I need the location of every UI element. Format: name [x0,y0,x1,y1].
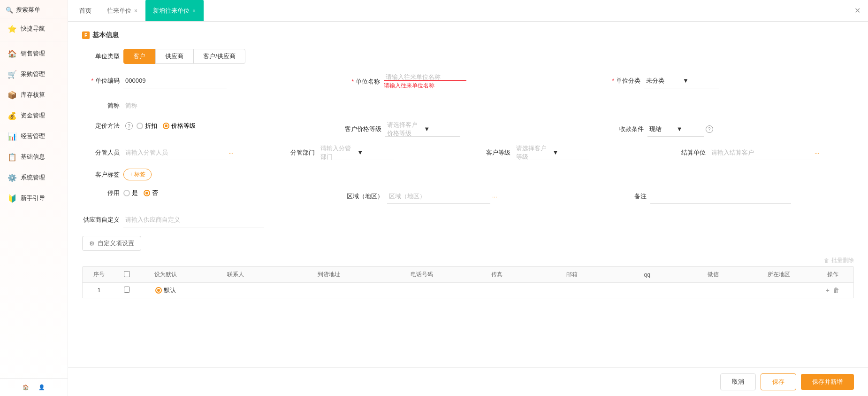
remark-label: 备注 [609,192,647,201]
cancel-button[interactable]: 取消 [720,373,756,390]
radio-price-level[interactable]: 价格等级 [163,122,196,130]
unit-category-select[interactable]: 未分类 ▼ [644,73,719,88]
window-close[interactable]: ✕ [851,4,864,17]
sidebar-item-basics[interactable]: 📋 基础信息 [0,147,68,167]
sidebar: 🔍 搜索菜单 ⭐ 快捷导航 🏠 销售管理 🛒 采购管理 📦 库存核算 💰 资金管… [0,0,68,396]
settlement-unit-input[interactable] [709,145,813,160]
form-row-shortname: 简称 [82,98,854,113]
sidebar-bottom: 🏠 👤 [0,378,68,396]
row-wechat-input[interactable] [699,287,727,294]
row-default-dot [157,289,160,292]
form-footer: 取消 保存 保存并新增 [68,367,868,396]
settlement-unit-more-btn[interactable]: ··· [813,149,822,156]
row-contact [193,283,277,298]
radio-no[interactable]: 否 [144,189,158,197]
select-all-checkbox[interactable] [124,271,130,277]
radio-no-circle [144,190,150,196]
type-btn-both[interactable]: 客户/供应商 [193,49,245,64]
row-wechat [680,283,746,298]
contact-table: 序号 设为默认 联系人 到货地址 电话号码 传真 邮箱 qq 微信 所在地区 操… [83,267,853,298]
remark-input[interactable] [650,189,791,204]
radio-no-dot [145,192,148,194]
row-address-input[interactable] [305,287,352,294]
settlement-unit-label: 结算单位 [668,148,706,157]
row-contact-input[interactable] [217,287,254,294]
sidebar-item-operations[interactable]: 📊 经营管理 [0,126,68,147]
unit-name-error: 请输入往来单位名称 [384,82,466,90]
tab-contacts-close[interactable]: × [134,8,137,14]
row-region-input[interactable] [765,287,793,294]
row-phone [380,283,464,298]
customize-settings-button[interactable]: ⚙ 自定义项设置 [82,236,141,251]
row-phone-input[interactable] [403,287,441,294]
sidebar-item-quicknav[interactable]: ⭐ 快捷导航 [0,18,68,39]
region-more-btn[interactable]: ··· [490,193,499,200]
basics-label: 基础信息 [21,153,45,161]
save-new-button[interactable]: 保存并新增 [801,374,854,390]
field-customer-price-level: 客户价格等级 请选择客户价格等级 ▼ [344,122,592,137]
radio-no-label: 否 [152,189,158,197]
row-checkbox-input[interactable] [124,287,130,293]
tab-home[interactable]: 首页 [72,0,99,21]
search-label: 搜索菜单 [16,6,40,14]
pricing-help-icon[interactable]: ? [125,122,133,130]
supplier-custom-input[interactable] [123,212,264,227]
col-wechat: 微信 [680,267,746,283]
type-btn-supplier[interactable]: 供应商 [155,49,193,64]
payment-terms-select[interactable]: 现结 ▼ [647,122,704,137]
tab-contacts[interactable]: 往来单位 × [99,0,145,21]
sidebar-item-sales[interactable]: 🏠 销售管理 [0,43,68,64]
row-email [530,283,614,298]
col-contact: 联系人 [193,267,277,283]
payment-terms-help-icon[interactable]: ? [706,125,713,133]
unit-code-input[interactable] [123,73,227,88]
sidebar-search[interactable]: 🔍 搜索菜单 [0,0,68,18]
manager-more-btn[interactable]: ··· [227,149,236,156]
region-input[interactable] [387,189,490,204]
table-wrapper: 序号 设为默认 联系人 到货地址 电话号码 传真 邮箱 qq 微信 所在地区 操… [82,266,854,298]
sidebar-item-inventory[interactable]: 📦 库存核算 [0,85,68,105]
customer-level-label: 客户等级 [473,148,510,157]
sidebar-item-finance[interactable]: 💰 资金管理 [0,105,68,126]
payment-terms-label: 收款条件 [606,125,644,133]
radio-discount[interactable]: 折扣 [137,122,157,130]
unit-type-label: 单位类型 [82,52,120,61]
row-default-radio[interactable]: 默认 [141,286,190,295]
sidebar-item-guide[interactable]: 🔰 新手引导 [0,188,68,209]
batch-delete-icon: 🗑 [824,257,830,264]
row-delete-button[interactable]: 🗑 [832,286,840,295]
tab-contacts-label: 往来单位 [107,7,131,15]
row-qq-input[interactable] [633,287,661,294]
save-button[interactable]: 保存 [761,373,796,390]
field-customer-level: 客户等级 请选择客户等级 ▼ [473,145,659,160]
manager-input[interactable] [123,145,227,160]
table-area: 🗑 批量删除 序号 设为默认 联系人 到货地址 电话号码 传真 [82,256,854,298]
section-title-text: 基本信息 [92,31,119,39]
customer-tag-label: 客户标签 [82,171,120,179]
unit-name-input[interactable] [384,73,466,81]
type-btn-customer[interactable]: 客户 [123,49,155,64]
disabled-label: 停用 [82,189,120,197]
form-row-1: 单位编码 单位名称 请输入往来单位名称 单位分类 未分类 ▼ [82,73,854,90]
customer-level-select[interactable]: 请选择客户等级 ▼ [514,145,589,160]
sidebar-item-system[interactable]: ⚙️ 系统管理 [0,167,68,188]
customer-price-level-select[interactable]: 请选择客户价格等级 ▼ [385,122,460,137]
sidebar-home[interactable]: 🏠 [19,382,33,392]
tab-new-contact[interactable]: 新增往来单位 × [145,0,204,21]
row-email-input[interactable] [553,287,591,294]
tab-new-contact-close[interactable]: × [192,8,196,14]
sidebar-item-purchase[interactable]: 🛒 采购管理 [0,64,68,85]
row-fax-input[interactable] [483,287,511,294]
tab-bar: 首页 往来单位 × 新增往来单位 × ✕ [68,0,868,22]
radio-yes-label: 是 [132,189,138,197]
radio-yes[interactable]: 是 [123,189,138,197]
unit-name-label: 单位名称 [343,78,380,86]
row-add-button[interactable]: + [825,286,830,295]
tag-add-button[interactable]: + 标签 [123,169,152,180]
sidebar-user[interactable]: 👤 [35,382,49,392]
short-name-input[interactable] [123,98,227,113]
row-actions: + 🗑 [812,283,853,298]
inventory-icon: 📦 [8,90,17,100]
inventory-label: 库存核算 [21,91,45,99]
department-select[interactable]: 请输入分管部门 ▼ [319,145,394,160]
